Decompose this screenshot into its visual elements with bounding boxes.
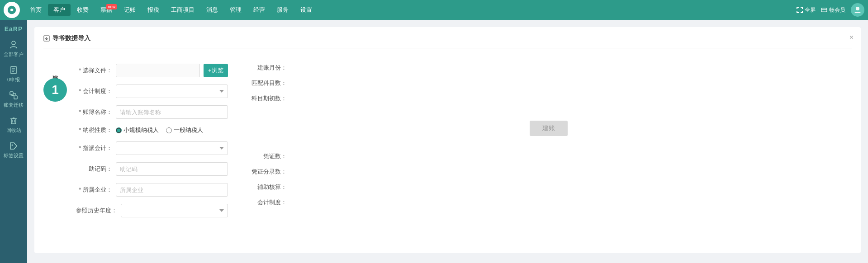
sidebar-item-account-migration[interactable]: 账套迁移 [0,87,27,112]
dialog: 导爷数据导入 × 建账 1 * 选择文件： +浏览 [34,27,861,253]
avatar[interactable] [851,3,864,17]
nav-operations[interactable]: 经营 [248,4,270,16]
accounting-system-row: * 会计制度： [76,85,228,98]
tax-general-radio[interactable] [166,127,172,133]
history-year-label: 参照历史年度： [76,207,117,215]
accountant-label: * 指派会计： [76,144,112,152]
form-layout: 建账 1 * 选择文件： +浏览 * 会计制度： [43,59,852,229]
tax-small-label: 小规模纳税人 [123,126,159,134]
memo-label: 助记码： [76,165,112,173]
membership-btn[interactable]: 畅会员 [821,6,845,14]
sidebar-item-recycle[interactable]: 回收站 [0,112,27,137]
form-right: 建账月份： 匹配科目数： 科目期初数： 建账 凭证数： [246,64,852,225]
new-badge: new [106,4,117,9]
nav-items: 首页 客户 收费 票据 new 记账 报税 工商项目 消息 管理 经营 服务 设… [24,4,797,16]
fullscreen-btn[interactable]: 全屏 [797,6,816,14]
build-account-btn[interactable]: 建账 [530,121,568,136]
accountant-row: * 指派会计： [76,141,228,155]
accounting-system-label: * 会计制度： [76,87,112,95]
earp-logo: EaRP [5,23,23,36]
trash-icon [9,116,19,126]
nav-home[interactable]: 首页 [24,4,47,16]
tax-type-label: * 纳税性质： [76,126,112,134]
right-accounting-system-row: 会计制度： [246,198,852,207]
svg-rect-18 [14,96,17,99]
sidebar-label-recycle: 回收站 [6,127,21,134]
match-subjects-row: 匹配科目数： [246,79,852,87]
initial-balance-label: 科目期初数： [246,94,287,103]
month-row: 建账月份： [246,64,852,72]
svg-point-24 [12,145,13,146]
nav-fees[interactable]: 收费 [71,4,94,16]
svg-rect-9 [802,11,803,13]
step-label: 建账 [51,70,59,72]
membership-label: 畅会员 [829,6,845,14]
form-left: 建账 1 * 选择文件： +浏览 * 会计制度： [43,64,228,225]
tax-small-radio[interactable] [116,127,122,133]
accounting-system-select[interactable] [116,85,228,98]
svg-rect-10 [821,8,827,12]
nav-tickets[interactable]: 票据 new [95,4,118,16]
svg-rect-7 [797,11,797,13]
svg-rect-19 [11,119,16,124]
company-row: * 所属企业： [76,183,228,197]
memo-row: 助记码： [76,162,228,176]
match-subjects-label: 匹配科目数： [246,79,287,87]
history-year-row: 参照历史年度： [76,204,228,217]
tag-icon [9,141,19,151]
history-year-select[interactable] [121,204,228,217]
sidebar-label-declaration: 0申报 [7,76,20,83]
dialog-title: 导爷数据导入 [43,34,852,48]
voucher-entries-label: 凭证分录数： [246,168,287,176]
nav-messages[interactable]: 消息 [201,4,223,16]
file-select-row: * 选择文件： +浏览 [76,64,228,77]
import-icon [43,35,50,42]
build-btn-area: 建账 [246,112,852,145]
step-indicator: 建账 1 [43,67,67,102]
main-content: 导爷数据导入 × 建账 1 * 选择文件： +浏览 [27,20,868,263]
browse-btn[interactable]: +浏览 [204,64,228,77]
sidebar-label-tag-settings: 标签设置 [4,152,24,159]
svg-rect-5 [802,7,803,9]
nav-accounting[interactable]: 记账 [119,4,141,16]
dialog-close-btn[interactable]: × [849,33,854,42]
tax-type-radio-group: 小规模纳税人 一般纳税人 [116,126,203,134]
transfer-icon [9,90,19,100]
sidebar-item-tag-settings[interactable]: 标签设置 [0,137,27,163]
tax-type-row: * 纳税性质： 小规模纳税人 一般纳税人 [76,126,228,134]
nav-tax[interactable]: 报税 [142,4,165,16]
ledger-name-input[interactable] [116,105,228,119]
memo-input[interactable] [116,162,228,176]
nav-business[interactable]: 工商项目 [166,4,200,16]
sidebar-label-account-migration: 账套迁移 [4,102,24,108]
person-icon [9,40,19,50]
file-label: * 选择文件： [76,66,112,75]
sidebar-item-declaration[interactable]: 0申报 [0,61,27,87]
right-accounting-system-label: 会计制度： [246,198,287,207]
nav-services[interactable]: 服务 [271,4,294,16]
nav-settings[interactable]: 设置 [295,4,318,16]
svg-point-1 [10,9,13,11]
sidebar-label-all-customers: 全部客户 [4,51,24,58]
svg-point-11 [856,7,859,10]
tax-general-option[interactable]: 一般纳税人 [166,126,203,134]
ledger-name-row: * 账簿名称： [76,105,228,119]
fullscreen-label: 全屏 [805,6,816,14]
accountant-select[interactable] [116,141,228,155]
tax-general-label: 一般纳税人 [174,126,203,134]
nav-customers[interactable]: 客户 [48,4,71,16]
initial-balance-row: 科目期初数： [246,94,852,103]
month-label: 建账月份： [246,64,287,72]
sidebar: EaRP 全部客户 0申报 [0,20,27,263]
company-input[interactable] [116,183,228,197]
form-fields: * 选择文件： +浏览 * 会计制度： * 账簿名称： [76,64,228,225]
top-nav: 首页 客户 收费 票据 new 记账 报税 工商项目 消息 管理 经营 服务 设… [0,0,868,20]
file-input[interactable] [116,64,200,77]
voucher-count-row: 凭证数： [246,152,852,160]
svg-point-12 [12,41,15,45]
app-logo[interactable] [4,2,20,18]
sidebar-item-all-customers[interactable]: 全部客户 [0,36,27,61]
tax-small-option[interactable]: 小规模纳税人 [116,126,159,134]
svg-rect-3 [797,7,797,9]
nav-management[interactable]: 管理 [224,4,247,16]
